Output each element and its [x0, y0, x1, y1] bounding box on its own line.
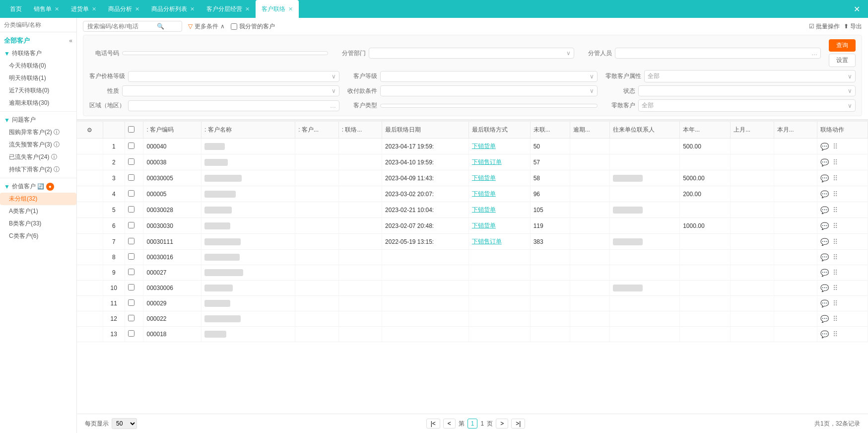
row-checkbox[interactable]: [128, 330, 134, 337]
grid-icon[interactable]: ⠿: [833, 253, 838, 261]
row-checkbox[interactable]: [128, 190, 134, 197]
sidebar-item-unclassified[interactable]: 未分组(32): [0, 193, 76, 205]
grid-icon[interactable]: ⠿: [833, 158, 838, 166]
row-last-way[interactable]: 下销售订单: [468, 154, 530, 170]
row-last-way[interactable]: 下销货单: [468, 139, 530, 154]
th-settings[interactable]: ⚙: [77, 122, 103, 139]
group-problem-customer[interactable]: ▼ 问题客户: [0, 114, 76, 126]
sidebar-search-input[interactable]: [4, 21, 77, 28]
window-close-button[interactable]: ✕: [850, 4, 864, 14]
row-checkbox[interactable]: [128, 315, 134, 321]
row-checkbox[interactable]: [128, 253, 134, 260]
close-tab-product-analysis[interactable]: ✕: [135, 6, 139, 12]
current-page[interactable]: 1: [467, 419, 478, 429]
tab-purchase-order[interactable]: 进货单 ✕: [65, 0, 102, 18]
main-search-icon[interactable]: 🔍: [157, 23, 164, 30]
chat-icon[interactable]: 💬: [820, 269, 829, 277]
per-page-select[interactable]: 50 20 100: [112, 418, 137, 429]
tab-product-analysis[interactable]: 商品分析 ✕: [102, 0, 145, 18]
sidebar-item-class-c[interactable]: C类客户(6): [0, 230, 76, 242]
payment-terms-input[interactable]: ∨: [380, 85, 598, 96]
grid-icon[interactable]: ⠿: [833, 190, 838, 198]
last-page-btn[interactable]: >|: [511, 419, 525, 429]
row-last-way[interactable]: 下销货单: [468, 218, 530, 234]
close-tab-sales-order[interactable]: ✕: [55, 6, 59, 12]
grid-icon[interactable]: ⠿: [833, 174, 838, 182]
group-value-customer[interactable]: ▼ 价值客户 🔄 ●: [0, 180, 76, 193]
row-last-way[interactable]: 下销售订单: [468, 234, 530, 250]
th-code[interactable]: : 客户编码: [143, 122, 201, 139]
row-last-way[interactable]: [468, 281, 530, 296]
chat-icon[interactable]: 💬: [820, 238, 829, 246]
th-this-month[interactable]: 本月...: [774, 122, 817, 139]
row-last-way[interactable]: [468, 311, 530, 327]
value-refresh-icon[interactable]: 🔄: [37, 183, 44, 190]
chat-icon[interactable]: 💬: [820, 253, 829, 261]
chat-icon[interactable]: 💬: [820, 315, 829, 323]
row-checkbox[interactable]: [128, 284, 134, 290]
row-last-way[interactable]: [468, 327, 530, 342]
chat-icon[interactable]: 💬: [820, 222, 829, 230]
row-checkbox[interactable]: [128, 143, 134, 149]
price-level-input[interactable]: ∨: [128, 71, 339, 82]
tab-customer-contact[interactable]: 客户联络 ✕: [256, 0, 299, 18]
row-last-way[interactable]: 下销货单: [468, 170, 530, 186]
sidebar-collapse-icon[interactable]: «: [69, 37, 72, 44]
row-checkbox[interactable]: [128, 238, 134, 244]
th-last-contact-way[interactable]: 最后联络方式: [468, 122, 530, 139]
sidebar-item-class-a[interactable]: A类客户(1): [0, 205, 76, 217]
export-button[interactable]: ⬆ 导出: [844, 22, 862, 31]
sidebar-item-today-pending[interactable]: 今天待联络(0): [0, 60, 76, 72]
retail-input[interactable]: 全部∨: [638, 99, 856, 112]
chat-icon[interactable]: 💬: [820, 206, 829, 214]
row-last-way[interactable]: 下销货单: [468, 202, 530, 218]
more-filter-button[interactable]: ▽ 更多条件 ∧: [188, 22, 225, 31]
row-last-way[interactable]: [468, 296, 530, 311]
sidebar-item-7days-pending[interactable]: 近7天待联络(0): [0, 84, 76, 97]
sidebar-item-churn-warning[interactable]: 流失预警客户(3) ⓘ: [0, 139, 76, 151]
chat-icon[interactable]: 💬: [820, 143, 829, 150]
dept-input[interactable]: ∨: [369, 48, 575, 59]
row-last-way[interactable]: 下销货单: [468, 186, 530, 202]
row-checkbox[interactable]: [128, 158, 134, 165]
grid-icon[interactable]: ⠿: [833, 222, 838, 230]
tab-customer-segment[interactable]: 客户分层经营 ✕: [200, 0, 256, 18]
chat-icon[interactable]: 💬: [820, 190, 829, 198]
row-checkbox[interactable]: [128, 206, 134, 213]
grid-icon[interactable]: ⠿: [833, 284, 838, 292]
chat-icon[interactable]: 💬: [820, 330, 829, 338]
manager-input[interactable]: …: [615, 48, 821, 59]
reset-button[interactable]: 设置: [829, 54, 856, 67]
grid-icon[interactable]: ⠿: [833, 238, 838, 246]
th-last-contact-date[interactable]: 最后联络日期: [382, 122, 469, 139]
retail-attr-input[interactable]: 全部∨: [644, 70, 856, 82]
grid-icon[interactable]: ⠿: [833, 330, 838, 338]
close-tab-product-list[interactable]: ✕: [190, 6, 195, 12]
th-contact[interactable]: : 联络...: [338, 122, 382, 139]
status-input[interactable]: ∨: [638, 85, 856, 96]
next-page-btn[interactable]: >: [496, 419, 508, 429]
sidebar-item-hoarding[interactable]: 囤购异常客户(2) ⓘ: [0, 126, 76, 139]
th-this-year[interactable]: 本年...: [680, 122, 731, 139]
row-checkbox[interactable]: [128, 174, 134, 181]
sidebar-item-declining[interactable]: 持续下滑客户(2) ⓘ: [0, 163, 76, 176]
chat-icon[interactable]: 💬: [820, 174, 829, 182]
grid-icon[interactable]: ⠿: [833, 206, 838, 214]
query-button[interactable]: 查询: [829, 39, 856, 52]
close-tab-purchase[interactable]: ✕: [92, 6, 96, 12]
tab-product-analysis-list[interactable]: 商品分析列表 ✕: [145, 0, 200, 18]
customer-type-input[interactable]: [380, 104, 598, 108]
chat-icon[interactable]: 💬: [820, 284, 829, 292]
sidebar-item-overdue-contact[interactable]: 逾期未联络(30): [0, 97, 76, 109]
sidebar-item-class-b[interactable]: B类客户(33): [0, 217, 76, 230]
group-pending-contact[interactable]: ▼ 待联络客户: [0, 47, 76, 60]
main-search-input[interactable]: [87, 23, 157, 30]
th-overdue[interactable]: 逾期...: [570, 122, 609, 139]
tab-home[interactable]: 首页: [4, 0, 28, 18]
grid-icon[interactable]: ⠿: [833, 299, 838, 307]
area-input[interactable]: …: [128, 100, 339, 111]
row-checkbox[interactable]: [128, 269, 134, 275]
grid-icon[interactable]: ⠿: [833, 315, 838, 323]
th-unit-contact[interactable]: 往来单位联系人: [609, 122, 679, 139]
row-checkbox[interactable]: [128, 299, 134, 306]
